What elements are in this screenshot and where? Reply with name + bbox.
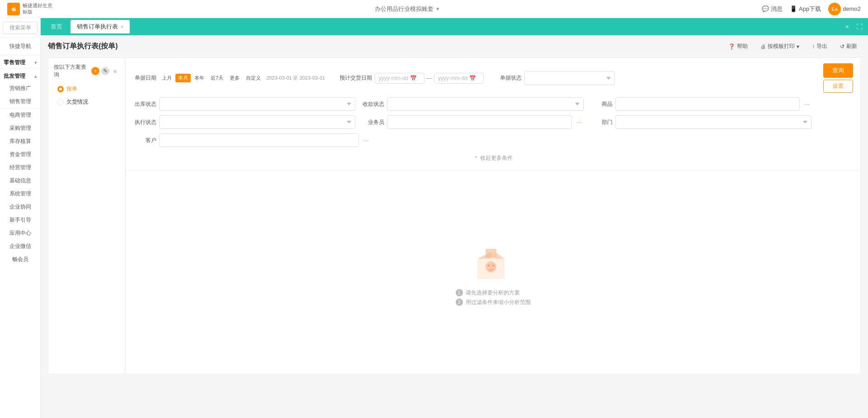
sidebar-item-member[interactable]: 畅会员 — [0, 253, 40, 266]
filter-row-3: 执行状态 业务员 ··· — [133, 115, 853, 129]
collapse-panel-btn[interactable]: « — [111, 67, 119, 75]
header-title: 办公用品行业模拟账套 — [375, 5, 434, 13]
print-btn[interactable]: 🖨 按模板打印 ▾ — [757, 41, 803, 52]
collection-group: 收款状态 — [361, 97, 583, 111]
header-title-arrow[interactable]: ▾ — [436, 5, 439, 12]
sidebar-item-ecommerce[interactable]: 电商管理 — [0, 109, 40, 122]
single-status-label: 单据状态 — [498, 74, 522, 82]
tab-bar-actions: × ⛶ — [844, 21, 864, 32]
sidebar-item-system[interactable]: 系统管理 — [0, 187, 40, 200]
wholesale-section-header[interactable]: 批发管理 ▴ — [0, 69, 40, 82]
sidebar-item-operations[interactable]: 经营管理 — [0, 161, 40, 174]
edit-icon: ✎ — [103, 68, 108, 74]
date-range-text: 2023-03-01 至 2023-03-31 — [266, 75, 325, 81]
goods-input[interactable] — [615, 97, 800, 111]
salesperson-input[interactable] — [387, 115, 572, 129]
collapse-icon: ⌃ — [474, 155, 478, 162]
svg-point-8 — [488, 265, 490, 266]
tab-home[interactable]: 首页 — [44, 20, 69, 33]
help-icon: ❓ — [728, 43, 735, 50]
scheme-item-按单[interactable]: 按单 — [48, 82, 125, 95]
download-icon: 📱 — [790, 5, 797, 12]
quick-nav-item[interactable]: 快捷导航 — [0, 40, 40, 53]
sidebar-item-newbie[interactable]: 新手引导 — [0, 214, 40, 227]
app-download-btn[interactable]: 📱 App下载 — [790, 5, 821, 13]
page-header: 销售订单执行表(按单) ❓ 帮助 🖨 按模板打印 ▾ ↑ — [48, 41, 861, 52]
tab-close-btn[interactable]: × — [121, 24, 123, 29]
help-btn[interactable]: ❓ 帮助 — [725, 41, 751, 52]
single-status-select[interactable] — [524, 71, 615, 85]
sidebar-item-apps[interactable]: 应用中心 — [0, 227, 40, 240]
date-tab-last-month[interactable]: 上月 — [159, 74, 175, 82]
collapse-more-btn[interactable]: ⌃ 收起更多条件 — [133, 152, 853, 165]
sidebar-item-basic[interactable]: 基础信息 — [0, 174, 40, 187]
collection-label: 收款状态 — [361, 100, 384, 108]
empty-icon-area — [466, 238, 520, 284]
date-tab-custom[interactable]: 自定义 — [243, 74, 264, 82]
collapse-icon: « — [113, 67, 117, 75]
logo-area: 畅 畅捷通好生意 标版 — [7, 3, 52, 15]
sidebar-item-enterprise[interactable]: 企业协同 — [0, 200, 40, 214]
query-btn[interactable]: 查询 — [823, 63, 853, 78]
date-tab-this-year[interactable]: 本年 — [192, 74, 207, 82]
export-btn[interactable]: ↑ 导出 — [808, 41, 831, 52]
svg-text:畅: 畅 — [12, 7, 16, 12]
page-title: 销售订单执行表(按单) — [48, 42, 118, 51]
customer-input[interactable] — [159, 133, 359, 147]
svg-point-7 — [486, 261, 496, 272]
salesperson-dots-btn[interactable]: ··· — [575, 119, 584, 126]
date-tab-more[interactable]: 更多 — [227, 74, 242, 82]
dept-label: 部门 — [589, 119, 613, 126]
logo-icon: 畅 — [7, 3, 20, 15]
empty-step-2: 2 用过滤条件来缩小分析范围 — [456, 299, 531, 306]
collection-select[interactable] — [387, 97, 583, 111]
window-close-btn[interactable]: × — [844, 21, 851, 32]
query-area: 单据日期 上月 本月 本年 近7天 更多 自定义 — [125, 58, 860, 374]
sidebar-item-finance[interactable]: 资金管理 — [0, 148, 40, 161]
goods-label: 商品 — [589, 100, 613, 108]
header-left: 畅 畅捷通好生意 标版 — [7, 3, 52, 15]
single-date-label: 单据日期 — [133, 74, 156, 82]
sidebar-item-wechat[interactable]: 企业微信 — [0, 240, 40, 253]
message-icon: 💬 — [762, 5, 769, 12]
sidebar-item-marketing[interactable]: 营销推广 — [0, 82, 40, 95]
filter-panel-action-btns: + ✎ « — [91, 67, 119, 75]
window-maximize-btn[interactable]: ⛶ — [854, 21, 864, 32]
tab-sales-exec[interactable]: 销售订单执行表 × — [71, 20, 130, 33]
single-status-select-wrap — [524, 71, 615, 85]
print-icon: 🖨 — [760, 43, 766, 50]
customer-dots-btn[interactable]: ··· — [362, 137, 371, 144]
exec-status-select[interactable] — [159, 115, 355, 129]
sidebar-item-inventory[interactable]: 库存核算 — [0, 135, 40, 148]
sidebar-item-purchase[interactable]: 采购管理 — [0, 122, 40, 135]
retail-section-header[interactable]: 零售管理 ▾ — [0, 55, 40, 68]
content-area: 销售订单执行表(按单) ❓ 帮助 🖨 按模板打印 ▾ ↑ — [41, 35, 868, 418]
customer-group: 客户 ··· — [133, 133, 371, 147]
out-stock-select[interactable] — [159, 97, 355, 111]
header-center: 办公用品行业模拟账套 ▾ — [375, 5, 439, 13]
user-menu[interactable]: Ea demo2 — [828, 3, 861, 15]
filter-bar: 单据日期 上月 本月 本年 近7天 更多 自定义 — [126, 58, 860, 171]
date-range-wrap: yyyy-mm-dd 📅 — yyyy-mm-dd 📅 — [375, 73, 484, 84]
edit-scheme-btn[interactable]: ✎ — [101, 67, 109, 75]
start-cal-icon: 📅 — [410, 75, 417, 81]
date-tab-7days[interactable]: 近7天 — [208, 74, 226, 82]
scheme-item-欠货情况[interactable]: 欠货情况 — [48, 95, 125, 109]
sidebar-item-sales[interactable]: 销售管理 — [0, 95, 40, 108]
goods-dots-btn[interactable]: ··· — [802, 100, 811, 108]
settings-btn[interactable]: 设置 — [823, 80, 853, 93]
message-btn[interactable]: 💬 消息 — [762, 5, 783, 13]
end-date-input[interactable]: yyyy-mm-dd 📅 — [434, 73, 484, 84]
action-buttons: 查询 设置 — [823, 63, 853, 93]
refresh-btn[interactable]: ↺ 刷新 — [836, 41, 861, 52]
start-date-placeholder: yyyy-mm-dd — [379, 75, 408, 81]
date-tab-this-month[interactable]: 本月 — [175, 74, 191, 82]
dept-select[interactable] — [615, 115, 811, 129]
date-dash: — — [426, 75, 432, 81]
single-status-group: 单据状态 — [498, 71, 615, 85]
start-date-input[interactable]: yyyy-mm-dd 📅 — [375, 73, 425, 84]
filter-row-4: 客户 ··· — [133, 133, 853, 147]
search-menu-btn[interactable]: 搜索菜单 — [3, 22, 38, 34]
add-scheme-btn[interactable]: + — [91, 67, 99, 75]
expected-delivery-group: 预计交货日期 yyyy-mm-dd 📅 — yyyy-mm-d — [340, 73, 484, 84]
